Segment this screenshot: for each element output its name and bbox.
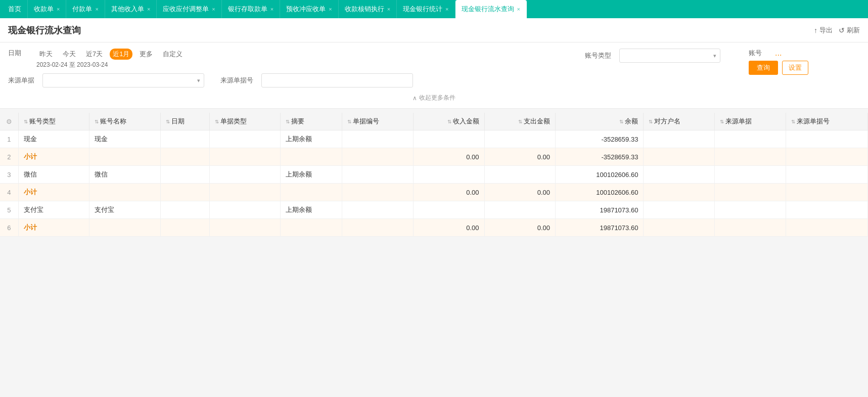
cell-expense: 0.00 <box>484 219 556 237</box>
collapse-bar[interactable]: ∧ 收起更多条件 <box>8 92 860 102</box>
nav-home[interactable]: 首页 <box>2 0 28 18</box>
date-opt-1month[interactable]: 近1月 <box>110 49 132 60</box>
date-opt-yesterday[interactable]: 昨天 <box>36 49 56 60</box>
row-number: 6 <box>0 219 18 237</box>
cell-summary: 上期余额 <box>281 130 342 148</box>
cell-acct-name <box>89 148 161 166</box>
nav-adjustment[interactable]: 应收应付调整单 × <box>157 0 221 18</box>
cell-summary <box>281 219 342 237</box>
col-src-doc-header: ⇅来源单据 <box>714 113 786 130</box>
cell-counterpart <box>644 184 715 201</box>
col-doc-no-header: ⇅单据编号 <box>342 113 414 130</box>
table-container: ⚙ ⇅账号类型 ⇅账号名称 ⇅日期 ⇅单据类型 ⇅摘要 ⇅单据编 <box>0 113 868 237</box>
date-filter-label: 日期 <box>8 49 28 58</box>
export-button[interactable]: ↑ 导出 <box>814 26 833 35</box>
cell-summary: 上期余额 <box>281 166 342 184</box>
source-doc-no-label: 来源单据号 <box>220 76 253 85</box>
cell-doc-type <box>209 201 281 219</box>
cell-balance: -3528659.33 <box>556 130 644 148</box>
date-opt-more[interactable]: 更多 <box>136 49 156 60</box>
table-row: 1 现金 现金 上期余额 -3528659.33 <box>0 130 868 148</box>
cell-date <box>160 166 209 184</box>
account-no-ellipsis[interactable]: ... <box>773 49 784 58</box>
cell-summary: 上期余额 <box>281 201 342 219</box>
close-icon[interactable]: × <box>212 6 215 12</box>
cell-income <box>413 166 484 184</box>
col-gear-header[interactable]: ⚙ <box>0 113 18 130</box>
cell-acct-name <box>89 219 161 237</box>
cell-src-doc-no <box>786 130 867 148</box>
cell-src-doc <box>714 184 786 201</box>
settings-button[interactable]: 设置 <box>782 61 808 75</box>
col-doc-type-header: ⇅单据类型 <box>209 113 281 130</box>
close-icon[interactable]: × <box>147 6 150 12</box>
cell-date <box>160 130 209 148</box>
cell-date <box>160 219 209 237</box>
close-icon[interactable]: × <box>387 6 390 12</box>
cell-doc-type <box>209 130 281 148</box>
cell-acct-name: 支付宝 <box>89 201 161 219</box>
date-opt-7days[interactable]: 近7天 <box>83 49 106 60</box>
cell-acct-name <box>89 184 161 201</box>
col-summary-header: ⇅摘要 <box>281 113 342 130</box>
close-icon[interactable]: × <box>57 6 60 12</box>
cell-expense <box>484 130 556 148</box>
table-row: 2 小计 0.00 0.00 -3528659.33 <box>0 148 868 166</box>
cell-doc-type <box>209 219 281 237</box>
close-icon[interactable]: × <box>329 6 332 12</box>
nav-receipt[interactable]: 收款单 × <box>28 0 66 18</box>
collapse-icon: ∧ <box>413 95 417 102</box>
row-number: 3 <box>0 166 18 184</box>
source-doc-select[interactable] <box>42 73 204 87</box>
source-doc-no-input[interactable] <box>261 73 413 87</box>
nav-bank-deposit[interactable]: 银行存取款单 × <box>222 0 280 18</box>
nav-collection-exec[interactable]: 收款核销执行 × <box>339 0 397 18</box>
table-row: 3 微信 微信 上期余额 100102606.60 <box>0 166 868 184</box>
query-button[interactable]: 查询 <box>749 61 778 75</box>
refresh-button[interactable]: ↺ 刷新 <box>839 26 860 35</box>
nav-prepaid-offset[interactable]: 预收冲应收单 × <box>280 0 338 18</box>
col-account-name-header: ⇅账号名称 <box>89 113 161 130</box>
cell-date <box>160 201 209 219</box>
cell-acct-name: 微信 <box>89 166 161 184</box>
close-icon[interactable]: × <box>95 6 98 12</box>
account-type-label: 账号类型 <box>585 51 611 60</box>
source-doc-label: 来源单据 <box>8 76 34 85</box>
date-opt-custom[interactable]: 自定义 <box>160 49 186 60</box>
nav-other-income[interactable]: 其他收入单 × <box>105 0 157 18</box>
date-opt-today[interactable]: 今天 <box>60 49 79 60</box>
table-row: 6 小计 0.00 0.00 19871073.60 <box>0 219 868 237</box>
row-number: 1 <box>0 130 18 148</box>
cell-balance: 19871073.60 <box>556 219 644 237</box>
cell-balance: 19871073.60 <box>556 201 644 219</box>
data-table: ⚙ ⇅账号类型 ⇅账号名称 ⇅日期 ⇅单据类型 ⇅摘要 ⇅单据编 <box>0 113 868 237</box>
close-icon[interactable]: × <box>445 6 448 12</box>
close-icon[interactable]: × <box>270 6 273 12</box>
col-balance-header: ⇅余额 <box>556 113 644 130</box>
cell-src-doc <box>714 166 786 184</box>
cell-expense: 0.00 <box>484 184 556 201</box>
cell-counterpart <box>644 201 715 219</box>
nav-payment[interactable]: 付款单 × <box>66 0 105 18</box>
page-title: 现金银行流水查询 <box>8 24 81 36</box>
cell-balance: -3528659.33 <box>556 148 644 166</box>
nav-cash-stats[interactable]: 现金银行统计 × <box>397 0 455 18</box>
close-icon[interactable]: × <box>517 6 520 12</box>
cell-src-doc <box>714 148 786 166</box>
account-no-row: 账号 ... <box>749 49 784 58</box>
col-counterpart-header: ⇅对方户名 <box>644 113 715 130</box>
nav-cash-flow[interactable]: 现金银行流水查询 × <box>455 0 527 18</box>
cell-src-doc-no <box>786 201 867 219</box>
refresh-icon: ↺ <box>839 26 845 34</box>
cell-income <box>413 130 484 148</box>
account-no-label: 账号 <box>749 49 769 58</box>
cell-doc-no <box>342 130 414 148</box>
cell-src-doc-no <box>786 184 867 201</box>
cell-summary <box>281 184 342 201</box>
cell-summary <box>281 148 342 166</box>
cell-src-doc-no <box>786 148 867 166</box>
account-type-select[interactable] <box>619 49 720 63</box>
table-header-row: ⚙ ⇅账号类型 ⇅账号名称 ⇅日期 ⇅单据类型 ⇅摘要 ⇅单据编 <box>0 113 868 130</box>
col-src-doc-no-header: ⇅来源单据号 <box>786 113 867 130</box>
cell-expense: 0.00 <box>484 148 556 166</box>
